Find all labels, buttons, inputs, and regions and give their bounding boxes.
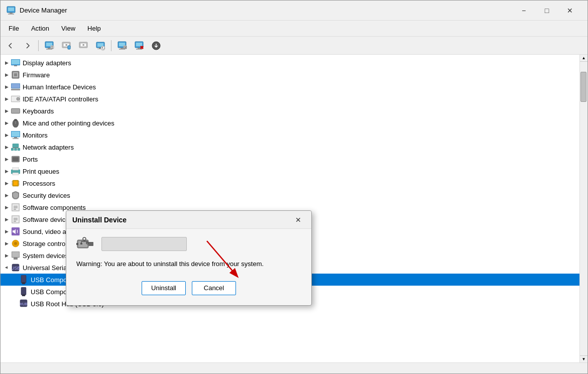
remove-device-button[interactable]: [131, 39, 147, 53]
tree-item-ports[interactable]: ▶ Ports: [1, 153, 579, 165]
uninstall-confirm-button[interactable]: Uninstall: [142, 281, 186, 295]
scroll-down-arrow[interactable]: ▼: [580, 355, 587, 362]
tree-item-network[interactable]: ▶ Network adapters: [1, 141, 579, 153]
tree-item-firmware[interactable]: ▶ Firmware: [1, 69, 579, 81]
svg-rect-47: [11, 89, 20, 90]
tree-item-security[interactable]: ▶ Security devices: [1, 189, 579, 201]
tree-item-display-adapters[interactable]: ▶ Display adapters: [1, 57, 579, 69]
tree-item-ide[interactable]: ▶ IDE ATA/ATAPI controllers: [1, 93, 579, 105]
dialog-device-row: [76, 237, 301, 251]
expand-arrow[interactable]: ▶: [3, 143, 11, 151]
tree-item-keyboards[interactable]: ▶ Keyboards: [1, 105, 579, 117]
minimize-button[interactable]: −: [512, 3, 535, 19]
display-adapters-icon: [11, 59, 21, 67]
device-manager-window: Device Manager − □ ✕ File Action View He…: [0, 0, 588, 374]
svg-rect-95: [14, 258, 18, 260]
expand-arrow[interactable]: ▶: [3, 252, 11, 260]
expand-arrow[interactable]: ▶: [3, 179, 11, 187]
menu-help[interactable]: Help: [81, 23, 107, 34]
close-button[interactable]: ✕: [558, 3, 581, 19]
dialog-close-button[interactable]: ✕: [291, 214, 305, 226]
expand-arrow[interactable]: ▶: [3, 191, 11, 199]
tree-item-monitors[interactable]: ▶ Monitors: [1, 129, 579, 141]
download-button[interactable]: [148, 39, 164, 53]
svg-rect-11: [51, 48, 53, 49]
keyboards-label: Keyboards: [23, 107, 54, 115]
svg-point-92: [14, 242, 17, 245]
svg-rect-46: [12, 84, 20, 88]
monitors-label: Monitors: [23, 132, 48, 139]
monitors-icon: [11, 131, 21, 139]
expand-arrow[interactable]: ▶: [3, 203, 11, 211]
svg-rect-61: [11, 148, 14, 151]
scroll-track: [580, 62, 587, 355]
toolbar-sep-2: [111, 40, 111, 51]
expand-arrow[interactable]: ▶: [3, 119, 11, 127]
print-icon: [11, 167, 21, 175]
software-components-icon: [11, 203, 21, 211]
svg-point-50: [17, 97, 20, 100]
toolbar-sep-1: [38, 40, 39, 51]
expand-arrow[interactable]: ▶: [3, 95, 11, 103]
forward-button[interactable]: [20, 39, 36, 53]
back-button[interactable]: [3, 39, 19, 53]
properties-button[interactable]: [41, 39, 57, 53]
firmware-label: Firmware: [23, 71, 50, 79]
svg-point-108: [83, 237, 86, 240]
software-devices-label: Software devices: [23, 216, 72, 223]
expand-arrow[interactable]: ▶: [3, 71, 11, 79]
network-icon: [11, 143, 21, 151]
expand-arrow[interactable]: ▶: [3, 155, 11, 163]
expand-arrow[interactable]: ▶: [3, 167, 11, 175]
usb-device-icon-large: [76, 237, 94, 251]
scroll-thumb[interactable]: [580, 72, 586, 102]
uninstall-button[interactable]: ≡: [75, 39, 91, 53]
print-label: Print queues: [23, 168, 59, 175]
svg-rect-63: [18, 148, 20, 151]
right-scrollbar[interactable]: ▲ ▼: [579, 55, 587, 362]
expand-arrow-usb[interactable]: ▼: [3, 264, 11, 272]
scroll-up-arrow[interactable]: ▲: [580, 55, 587, 62]
usb-ctrl-icon: USB: [11, 264, 21, 272]
cancel-button[interactable]: Cancel: [192, 281, 236, 295]
expand-arrow[interactable]: ▶: [3, 227, 11, 235]
svg-text:↻: ↻: [101, 46, 105, 51]
svg-rect-105: [78, 241, 87, 247]
svg-text:HUB: HUB: [20, 302, 28, 306]
usb-root-hub-icon: HUB: [19, 300, 29, 308]
tree-item-proc[interactable]: ▶ Processors: [1, 177, 579, 189]
main-content: ▶ Display adapters ▶ Firmware ▶: [1, 55, 587, 362]
device-tree[interactable]: ▶ Display adapters ▶ Firmware ▶: [1, 55, 579, 362]
status-bar: [1, 362, 587, 373]
ide-icon: [11, 95, 21, 103]
tree-item-print[interactable]: ▶ Print queues: [1, 165, 579, 177]
expand-arrow[interactable]: ▶: [3, 107, 11, 115]
maximize-button[interactable]: □: [535, 3, 558, 19]
usb-device1-icon: [19, 276, 29, 284]
svg-rect-58: [14, 137, 17, 138]
menu-view[interactable]: View: [55, 23, 81, 34]
menu-action[interactable]: Action: [25, 23, 55, 34]
usb-device2-icon: [19, 288, 29, 296]
expand-arrow[interactable]: ▶: [3, 83, 11, 91]
scan-button[interactable]: ↻: [92, 39, 108, 53]
tree-item-hid[interactable]: ▶ Human Interface Devices: [1, 81, 579, 93]
action-properties-button[interactable]: ⊞: [114, 39, 130, 53]
expand-arrow[interactable]: ▶: [3, 239, 11, 247]
uninstall-device-dialog: Uninstall Device ✕: [66, 210, 312, 306]
tree-item-mice[interactable]: ▶ Mice and other pointing devices: [1, 117, 579, 129]
svg-rect-89: [14, 221, 16, 222]
svg-rect-71: [13, 173, 19, 175]
expand-arrow[interactable]: ▶: [3, 59, 11, 67]
svg-rect-57: [12, 132, 20, 137]
update-driver-button[interactable]: ≡ ↑: [58, 39, 74, 53]
system-icon: [11, 252, 21, 260]
svg-rect-10: [51, 47, 53, 48]
svg-rect-59: [13, 138, 19, 139]
menu-file[interactable]: File: [3, 23, 25, 34]
expand-arrow[interactable]: ▶: [3, 215, 11, 223]
software-devices-icon: [11, 215, 21, 223]
expand-arrow[interactable]: ▶: [3, 131, 11, 139]
svg-rect-100: [21, 287, 26, 295]
svg-rect-40: [12, 60, 20, 64]
